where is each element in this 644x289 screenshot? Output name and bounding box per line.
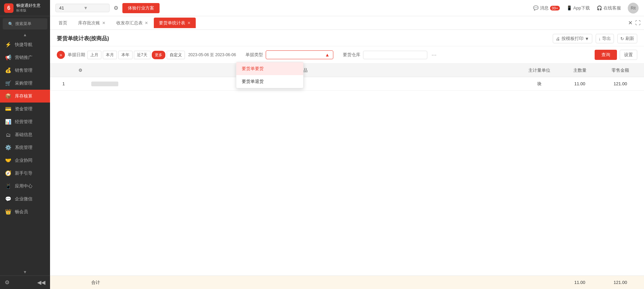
tab-close-all-btn[interactable]: ✕ xyxy=(628,20,633,26)
sidebar-item-base[interactable]: 🗂 基础信息 xyxy=(0,128,50,141)
sidebar-item-app-center[interactable]: 📱 应用中心 xyxy=(0,180,50,193)
sidebar-search[interactable]: 🔍 搜索菜单 xyxy=(3,18,47,29)
online-service-btn[interactable]: 🎧 在线客服 xyxy=(597,5,621,11)
tab-summary[interactable]: 收发存汇总表 ✕ xyxy=(111,18,153,28)
footer-no xyxy=(53,279,74,286)
footer-label: 合计 xyxy=(87,276,519,289)
quick-nav-icon: ⚡ xyxy=(5,42,11,48)
cell-unit: 块 xyxy=(519,78,559,90)
sidebar-item-sales[interactable]: 💰 销售管理 xyxy=(0,64,50,77)
col-gear[interactable]: ⚙ xyxy=(74,64,87,76)
date-filter-label: 单据日期 xyxy=(68,52,85,58)
type-filter-select[interactable]: ▲ xyxy=(266,50,333,59)
message-icon: 💬 xyxy=(533,5,539,10)
tab-bar-controls: ✕ ⛶ xyxy=(628,20,641,26)
export-icon: ↓ xyxy=(599,36,601,41)
this-year-btn[interactable]: 本年 xyxy=(118,51,133,59)
warehouse-input[interactable] xyxy=(363,51,427,59)
dropdown-item-order-return[interactable]: 要货单退货 xyxy=(236,75,303,88)
topbar-gear-btn[interactable]: ⚙ xyxy=(114,5,118,11)
sidebar-item-purchase[interactable]: 🛒 采购管理 xyxy=(0,77,50,90)
sidebar-item-label: 企业协同 xyxy=(15,157,32,163)
scroll-up-btn[interactable]: ▲ xyxy=(0,31,50,38)
sidebar-item-label: 畅会员 xyxy=(15,209,28,215)
sidebar-item-label: 快捷导航 xyxy=(15,42,32,48)
date-filter-group: 单据日期 上月 本月 本年 近7天 更多 自定义 2023-05-06 至 20… xyxy=(68,51,236,59)
messages-btn[interactable]: 💬 消息 99+ xyxy=(533,5,560,11)
export-btn[interactable]: ↓ 导出 xyxy=(596,34,614,43)
setting-icon[interactable]: ⚙ xyxy=(5,279,9,286)
tab-batch-close[interactable]: ✕ xyxy=(102,21,105,25)
setting-btn[interactable]: 设置 xyxy=(620,50,637,60)
purchase-icon: 🛒 xyxy=(5,80,11,86)
last-month-btn[interactable]: 上月 xyxy=(87,51,101,59)
inventory-icon: 📦 xyxy=(5,93,11,99)
filter-expand-btn[interactable]: » xyxy=(57,51,65,59)
page-content: 要货单统计表(按商品) 🖨 按模板打印 ▼ ↓ 导出 ↻ 刷新 xyxy=(50,30,644,289)
scroll-down-btn[interactable]: ▼ xyxy=(0,269,50,275)
tab-order-stats[interactable]: 要货单统计表 ✕ xyxy=(154,18,196,28)
sidebar-item-inventory[interactable]: 📦 库存核算 xyxy=(0,90,50,103)
phone-icon: 📱 xyxy=(567,5,572,10)
newbie-icon: 🧭 xyxy=(5,170,11,176)
logo-icon: 6 xyxy=(4,3,14,13)
custom-date-btn[interactable]: 自定义 xyxy=(167,51,185,59)
last-7-days-btn[interactable]: 近7天 xyxy=(134,51,150,59)
sidebar-item-system[interactable]: ⚙️ 系统管理 xyxy=(0,141,50,154)
this-month-btn[interactable]: 本月 xyxy=(103,51,117,59)
sidebar-item-wechat[interactable]: 💬 企业微信 xyxy=(0,193,50,205)
sidebar-item-label: 资金管理 xyxy=(15,106,32,112)
sidebar-item-label: 营销推广 xyxy=(15,54,32,61)
table-body: 1 块 11.00 121.00 xyxy=(50,77,644,275)
sidebar-item-enterprise[interactable]: 🤝 企业协同 xyxy=(0,154,50,167)
dropdown-item-order-goods[interactable]: 要货单要货 xyxy=(236,62,303,75)
store-selector[interactable]: 41 ▼ xyxy=(55,4,110,12)
app-center-icon: 📱 xyxy=(5,183,11,189)
sidebar-item-label: 企业微信 xyxy=(15,196,32,202)
sidebar: 6 畅捷通好生意 标准版 🔍 搜索菜单 ▲ ⚡ 快捷导航 📢 营销推广 💰 销售… xyxy=(0,0,50,289)
search-label: 搜索菜单 xyxy=(15,21,31,27)
print-btn[interactable]: 🖨 按模板打印 ▼ xyxy=(553,34,592,43)
app-download-label: App下载 xyxy=(573,5,590,11)
sidebar-item-newbie[interactable]: 🧭 新手引导 xyxy=(0,167,50,180)
user-avatar[interactable]: Rit xyxy=(628,3,639,14)
trial-btn[interactable]: 体验行业方案 xyxy=(122,3,160,13)
sidebar-item-label: 应用中心 xyxy=(15,183,32,189)
tab-expand-btn[interactable]: ⛶ xyxy=(635,20,641,26)
tab-order-stats-label: 要货单统计表 xyxy=(159,20,185,26)
sidebar-item-business[interactable]: 📊 经营管理 xyxy=(0,115,50,128)
filter-bar: » 单据日期 上月 本月 本年 近7天 更多 自定义 2023-05-06 至 … xyxy=(50,46,644,64)
sidebar-item-label: 基础信息 xyxy=(15,132,32,138)
messages-label: 消息 xyxy=(540,5,549,11)
search-icon: 🔍 xyxy=(8,22,13,26)
footer-amount: 121.00 xyxy=(600,276,641,288)
refresh-btn[interactable]: ↻ 刷新 xyxy=(617,34,637,43)
sidebar-item-quick-nav[interactable]: ⚡ 快捷导航 xyxy=(0,38,50,51)
sidebar-item-finance[interactable]: 💳 资金管理 xyxy=(0,103,50,115)
page-title: 要货单统计表(按商品) xyxy=(57,35,109,42)
query-btn[interactable]: 查询 xyxy=(595,50,617,60)
table-row: 1 块 11.00 121.00 xyxy=(50,77,644,91)
tab-home-label: 首页 xyxy=(58,20,67,26)
more-filters-btn[interactable]: ··· xyxy=(431,51,436,59)
finance-icon: 💳 xyxy=(5,106,11,112)
top-header-right: 💬 消息 99+ 📱 App下载 🎧 在线客服 Rit xyxy=(533,3,639,14)
main-area: 41 ▼ ⚙ 体验行业方案 💬 消息 99+ 📱 App下载 🎧 在线客服 Ri… xyxy=(50,0,644,289)
table-area: ⚙ 商品 主计量单位 主数量 零售金额 1 块 11.00 121.00 xyxy=(50,64,644,289)
more-dates-btn[interactable]: 更多 xyxy=(152,51,165,59)
app-download-btn[interactable]: 📱 App下载 xyxy=(567,5,590,11)
collapse-icon[interactable]: ◀◀ xyxy=(37,279,45,286)
sidebar-logo: 6 畅捷通好生意 标准版 xyxy=(0,0,50,16)
tab-batch[interactable]: 库存批次账 ✕ xyxy=(73,18,111,28)
type-filter-group: 单据类型 ▲ xyxy=(245,50,333,59)
tab-order-stats-close[interactable]: ✕ xyxy=(187,21,191,25)
enterprise-icon: 🤝 xyxy=(5,157,11,163)
sidebar-item-marketing[interactable]: 📢 营销推广 xyxy=(0,51,50,64)
page-header: 要货单统计表(按商品) 🖨 按模板打印 ▼ ↓ 导出 ↻ 刷新 xyxy=(50,30,644,46)
export-label: 导出 xyxy=(602,36,611,42)
col-unit: 主计量单位 xyxy=(519,64,559,77)
sidebar-item-member[interactable]: 👑 畅会员 xyxy=(0,205,50,218)
tab-home[interactable]: 首页 xyxy=(53,18,72,28)
tab-summary-close[interactable]: ✕ xyxy=(145,21,148,25)
system-icon: ⚙️ xyxy=(5,144,11,151)
